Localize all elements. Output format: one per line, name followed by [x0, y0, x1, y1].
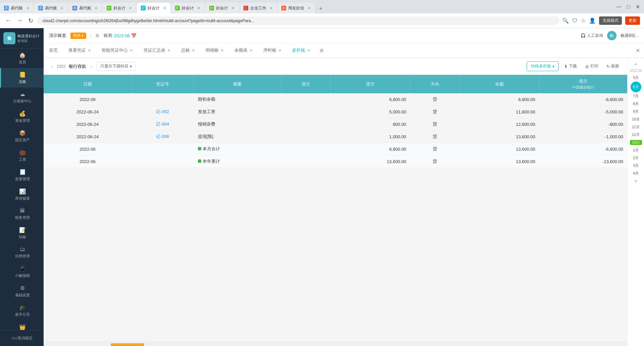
demo-badge[interactable]: 禁用 ▾: [70, 33, 86, 39]
timeline-month-4[interactable]: 4月: [630, 169, 642, 177]
timeline-scroll-up[interactable]: ▲: [632, 59, 640, 67]
reload-button[interactable]: ↻: [27, 16, 35, 26]
page-tab-general[interactable]: 总账 ✕: [176, 43, 200, 58]
new-tab-button[interactable]: ＋: [315, 4, 326, 13]
sidebar-item-tax[interactable]: 🏛 税务管理: [0, 204, 44, 224]
timeline-month-2[interactable]: 2月: [630, 154, 642, 162]
voucher-link[interactable]: 记-002: [156, 109, 169, 114]
tab-close-voucher[interactable]: ✕: [88, 48, 91, 53]
sidebar-item-ledger[interactable]: 📒 总账: [0, 68, 44, 88]
pin-button[interactable]: ◁◁ 取消固定: [2, 334, 42, 343]
tab-close-smart[interactable]: ✕: [130, 48, 133, 53]
sidebar-item-archive[interactable]: 🗂 归档管理: [0, 243, 44, 262]
period-selector[interactable]: 账期 2022-06 📅: [104, 33, 137, 39]
tab-close-balance[interactable]: ✕: [250, 48, 253, 53]
tab-close-3[interactable]: ✕: [95, 6, 98, 10]
sidebar-item-invoice[interactable]: 🧾 发票管理: [0, 165, 44, 185]
back-button[interactable]: ←: [4, 16, 13, 26]
timeline-scroll-down[interactable]: ▼: [632, 177, 640, 185]
page-tab-detail[interactable]: 明细账 ✕: [200, 43, 229, 58]
tab-close-2[interactable]: ✕: [60, 6, 63, 10]
tab-close-sequence[interactable]: ✕: [278, 48, 281, 53]
tab-close-1[interactable]: ✕: [26, 6, 29, 10]
sidebar-item-expense[interactable]: 📱 小畅报销: [0, 262, 44, 282]
cell-voucher[interactable]: 记-002: [131, 106, 194, 118]
timeline-month-7[interactable]: 7月: [630, 92, 642, 100]
timeline-month-11[interactable]: 11月: [630, 123, 642, 131]
minimize-button[interactable]: —: [616, 4, 622, 10]
page-tab-smart-voucher[interactable]: 智能凭证中心 ✕: [96, 43, 138, 58]
page-tab-voucher[interactable]: 查看凭证 ✕: [63, 43, 96, 58]
forward-button[interactable]: →: [15, 16, 24, 26]
subject-next-button[interactable]: ›: [88, 63, 94, 70]
sidebar-item-guide[interactable]: 🎓 新手引导: [0, 301, 44, 320]
sidebar-item-cloud-report[interactable]: ☁ 云报表中心: [0, 88, 44, 107]
browser-tab-2[interactable]: 易 易代账 ✕: [34, 3, 68, 13]
horizontal-scrollbar[interactable]: [44, 342, 627, 346]
scroll-thumb[interactable]: [111, 343, 144, 346]
tab-close-7[interactable]: ✕: [231, 6, 234, 10]
cell-voucher[interactable]: 记-004: [131, 118, 194, 131]
print-button[interactable]: 🖨 打印: [582, 62, 601, 71]
update-button[interactable]: 更新: [625, 16, 640, 25]
incognito-button[interactable]: 无痕模式: [599, 16, 622, 25]
browser-tab-5[interactable]: 好 好会计 ✕: [137, 3, 170, 13]
star-icon[interactable]: ☆: [581, 17, 586, 24]
timeline-month-9[interactable]: 9月: [630, 108, 642, 115]
sidebar-item-assets[interactable]: 📦 固定资产: [0, 127, 44, 146]
download-button[interactable]: ⬇ 下载: [561, 62, 580, 71]
tab-close-general[interactable]: ✕: [192, 48, 195, 53]
timeline-month-8[interactable]: 8月: [630, 100, 642, 108]
browser-tab-8[interactable]: C 企业工作 ✕: [239, 3, 277, 13]
sidebar-item-inventory[interactable]: 📊 库存核算: [0, 185, 44, 204]
sidebar-item-funds[interactable]: 💰 资金管理: [0, 107, 44, 127]
timeline-month-3[interactable]: 3月: [630, 162, 642, 169]
browser-tab-1[interactable]: 易 易代账 ✕: [0, 3, 34, 13]
user-avatar[interactable]: 畅: [607, 31, 616, 40]
tab-close-6[interactable]: ✕: [197, 6, 200, 10]
browser-tab-4[interactable]: 好 好会计 ✕: [103, 3, 136, 13]
voucher-link[interactable]: 记-006: [156, 134, 169, 139]
tab-expand-button[interactable]: ⊞: [316, 48, 328, 53]
page-tab-multi[interactable]: 多栏账 ✕: [287, 43, 316, 58]
browser-tab-9[interactable]: 友 用友好业 ✕: [277, 3, 315, 13]
voucher-link[interactable]: 记-004: [156, 121, 169, 127]
timeline-month-12[interactable]: 12月: [630, 131, 642, 139]
tab-close-summary[interactable]: ✕: [167, 48, 170, 53]
page-tab-summary[interactable]: 凭证汇总表 ✕: [138, 43, 176, 58]
tab-close-5[interactable]: ✕: [163, 6, 166, 10]
special-columns-button[interactable]: 特殊多栏账 ▾: [527, 61, 559, 71]
browser-tab-3[interactable]: 易 易代账 ✕: [68, 3, 102, 13]
sidebar-item-salary[interactable]: 💼 工资: [0, 146, 44, 165]
timeline-month-5[interactable]: 5月: [630, 74, 642, 82]
address-bar[interactable]: cloud2.chanjet.com/accounting/uh26t264j5…: [37, 16, 559, 25]
browser-tab-7[interactable]: 好 好会计 ✕: [205, 3, 239, 13]
page-tab-home[interactable]: 首页: [44, 43, 63, 58]
tab-close-9[interactable]: ✕: [308, 6, 311, 10]
sidebar-item-vip[interactable]: 👑 畅会员: [0, 320, 44, 330]
timeline-month-10[interactable]: 10月: [630, 115, 642, 123]
user-name[interactable]: 畅通B组...: [621, 33, 639, 39]
settings-gear-icon[interactable]: ⚙: [95, 33, 100, 38]
tab-nav-close-button[interactable]: ✕: [632, 47, 644, 54]
maximize-button[interactable]: □: [627, 4, 630, 10]
subject-prev-button[interactable]: ‹: [49, 63, 55, 70]
sidebar-item-settings[interactable]: ⚙ 基础设置: [0, 282, 44, 301]
browser-tab-6[interactable]: 好 好会计 ✕: [171, 3, 205, 13]
cell-voucher[interactable]: 记-006: [131, 131, 194, 143]
timeline-month-6[interactable]: 6月: [631, 82, 641, 92]
sidebar-item-home[interactable]: 🏠 首页: [0, 49, 44, 68]
search-icon[interactable]: 🔍: [562, 17, 569, 24]
close-button[interactable]: ✕: [636, 4, 640, 10]
page-tab-sequence[interactable]: 序时账 ✕: [258, 43, 287, 58]
tab-close-4[interactable]: ✕: [129, 6, 132, 10]
help-button[interactable]: 🎧 人工咨询: [581, 33, 603, 39]
timeline-month-1[interactable]: 1月: [630, 146, 642, 154]
tab-close-8[interactable]: ✕: [270, 6, 273, 10]
page-tab-balance[interactable]: 余额表 ✕: [229, 43, 258, 58]
refresh-button[interactable]: ↻ 刷新: [604, 62, 622, 71]
tab-close-detail[interactable]: ✕: [221, 48, 224, 53]
profile-icon[interactable]: 👤: [589, 17, 596, 24]
tab-close-multi[interactable]: ✕: [307, 48, 310, 53]
subject-filter-dropdown[interactable]: 只显示下级科目 ▾: [97, 62, 136, 71]
